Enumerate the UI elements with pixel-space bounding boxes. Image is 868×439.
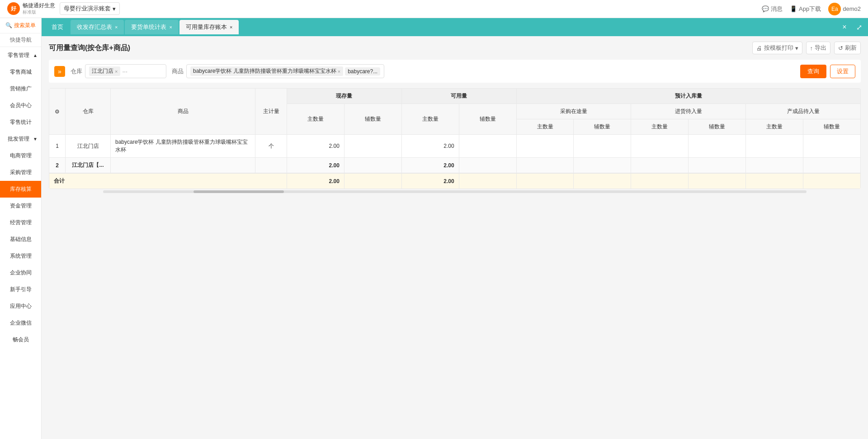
main-layout: 🔍 搜索菜单 快捷导航 零售管理 ▲ 零售商城 营销推广 会员中心 零售统计 批… (0, 18, 868, 439)
row1-inbound-main (631, 135, 689, 158)
row1-inbound-aux (689, 135, 746, 158)
sidebar-item-ecommerce-mgmt[interactable]: 电商管理 (0, 147, 41, 164)
tab-close-all-button[interactable]: × (839, 22, 850, 33)
row1-product-main (746, 135, 803, 158)
col-purchase-aux-header: 辅数量 (574, 119, 631, 135)
sidebar-item-operation-mgmt[interactable]: 经营管理 (0, 214, 41, 231)
col-settings-header[interactable]: ⚙ (49, 89, 66, 135)
col-purchase-header: 采购在途量 (516, 104, 631, 119)
row2-available-main: 2.00 (401, 158, 459, 174)
tab-receive-summary[interactable]: 收发存汇总表 × (71, 20, 124, 34)
row1-product-aux (803, 135, 861, 158)
footer-purchase-aux (574, 173, 631, 189)
sidebar-item-operation-mgmt-label: 经营管理 (4, 219, 38, 227)
sidebar-quick-nav[interactable]: 快捷导航 (0, 33, 41, 47)
sidebar-search[interactable]: 🔍 搜索菜单 (0, 18, 41, 33)
top-bar-right: 💬 消息 📱 App下载 Ea demo2 (762, 3, 861, 15)
sidebar-item-app-center[interactable]: 应用中心 (0, 298, 41, 315)
sidebar-item-enterprise-wechat[interactable]: 企业微信 (0, 315, 41, 331)
sidebar-item-new-guide[interactable]: 新手引导 (0, 281, 41, 298)
tab-bar: 首页 收发存汇总表 × 要货单统计表 × 可用量库存账本 × × ⤢ (42, 18, 868, 36)
row1-seq: 1 (49, 135, 66, 158)
filter-area: » 仓库 江北门店 × ··· 商品 babycare (49, 60, 861, 83)
filter-toggle-button[interactable]: » (54, 66, 65, 77)
filter-warehouse-label: 仓库 (71, 67, 82, 76)
refresh-button[interactable]: ↺ 刷新 (834, 42, 861, 54)
tab-maximize-button[interactable]: ⤢ (854, 22, 864, 33)
tab-purchase-stats-close[interactable]: × (169, 24, 172, 30)
filter-actions: 查询 设置 (800, 65, 855, 78)
scrollbar-thumb[interactable] (193, 190, 284, 193)
export-button[interactable]: ↑ 导出 (806, 42, 831, 54)
tab-home-label: 首页 (52, 23, 63, 31)
row2-inbound-aux (689, 158, 746, 174)
sidebar-item-new-guide-label: 新手引导 (4, 286, 38, 293)
row2-stock-main: 2.00 (287, 158, 344, 174)
filter-product-input[interactable]: babycare学饮杯 儿童防摔防撞吸管杯重力球吸嘴杯宝宝水杯 × babyca… (186, 64, 384, 78)
filter-product-tag2: babycare?... (345, 67, 380, 76)
col-purchase-main-header: 主数量 (516, 119, 574, 135)
filter-warehouse-group: 仓库 江北门店 × ··· (71, 64, 166, 78)
sidebar-item-system-mgmt-label: 系统管理 (4, 252, 38, 260)
sidebar-item-basic-info[interactable]: 基础信息 (0, 231, 41, 248)
sidebar-item-finance-mgmt[interactable]: 资金管理 (0, 198, 41, 214)
tab-right-actions: × ⤢ (839, 22, 864, 33)
username: demo2 (843, 5, 861, 12)
sidebar-item-system-mgmt[interactable]: 系统管理 (0, 248, 41, 264)
sidebar-item-retail-mgmt[interactable]: 零售管理 ▲ (0, 47, 41, 64)
user-profile[interactable]: Ea demo2 (828, 3, 861, 15)
row1-purchase-main (516, 135, 574, 158)
sidebar-item-retail-stats[interactable]: 零售统计 (0, 114, 41, 131)
filter-warehouse-value: 江北门店 (92, 67, 113, 75)
tab-receive-summary-close[interactable]: × (115, 24, 118, 30)
row2-product (111, 158, 255, 174)
col-available-main-header: 主数量 (401, 104, 459, 135)
main-content: 首页 收发存汇总表 × 要货单统计表 × 可用量库存账本 × × ⤢ (42, 18, 868, 439)
filter-warehouse-tag: 江北门店 × (89, 66, 120, 76)
chevron-down-icon-wholesale: ▼ (33, 137, 38, 142)
settings-button[interactable]: 设置 (830, 65, 855, 78)
sidebar-item-wholesale-mgmt[interactable]: 批发管理 ▼ (0, 131, 41, 147)
logo-sub: 标准版 (23, 9, 55, 15)
row1-warehouse: 江北门店 (66, 135, 111, 158)
message-label: 消息 (771, 5, 783, 13)
print-icon: 🖨 (756, 45, 762, 52)
filter-product-tag1-remove[interactable]: × (338, 69, 340, 74)
col-product-forecast-header: 产成品待入量 (746, 104, 861, 119)
footer-available-aux (459, 173, 516, 189)
query-button[interactable]: 查询 (800, 65, 826, 78)
sidebar-item-vip-member[interactable]: 畅会员 (0, 331, 41, 348)
table-footer-row: 合计 2.00 2.00 (49, 173, 861, 189)
message-button[interactable]: 💬 消息 (762, 5, 783, 13)
tab-available-stock-close[interactable]: × (230, 24, 232, 30)
tab-receive-summary-label: 收发存汇总表 (77, 23, 112, 31)
sidebar-item-retail-mall[interactable]: 零售商城 (0, 64, 41, 80)
footer-stock-main: 2.00 (287, 173, 344, 189)
row2-available-aux (459, 158, 516, 174)
sidebar-item-inventory-check[interactable]: 库存核算 (0, 181, 41, 198)
industry-selector[interactable]: 母婴行业演示账套 ▾ (60, 2, 120, 15)
col-available-aux-header: 辅数量 (459, 104, 516, 135)
template-print-button[interactable]: 🖨 按模板打印 ▾ (752, 42, 802, 54)
sidebar-quick-nav-label: 快捷导航 (10, 37, 32, 43)
sidebar-item-retail-mgmt-label: 零售管理 (4, 52, 33, 59)
filter-warehouse-more[interactable]: ··· (122, 68, 127, 75)
sidebar-item-purchase-mgmt[interactable]: 采购管理 (0, 164, 41, 181)
sidebar-item-member-center[interactable]: 会员中心 (0, 97, 41, 114)
tab-purchase-stats[interactable]: 要货单统计表 × (125, 20, 178, 34)
col-warehouse-header: 仓库 (66, 89, 111, 135)
sidebar-item-enterprise-collab[interactable]: 企业协同 (0, 264, 41, 281)
filter-warehouse-remove[interactable]: × (115, 69, 118, 74)
tab-home[interactable]: 首页 (45, 20, 70, 34)
row1-unit: 个 (255, 135, 287, 158)
filter-warehouse-input[interactable]: 江北门店 × ··· (85, 64, 166, 78)
col-inbound-header: 进货待入量 (631, 104, 746, 119)
col-product-aux-header: 辅数量 (803, 119, 861, 135)
scrollbar-track[interactable] (103, 190, 807, 193)
sidebar-item-marketing[interactable]: 营销推广 (0, 80, 41, 97)
col-inbound-aux-header: 辅数量 (689, 119, 746, 135)
footer-product-aux (803, 173, 861, 189)
app-download-button[interactable]: 📱 App下载 (790, 5, 821, 13)
sidebar-search-label: 搜索菜单 (14, 22, 36, 28)
tab-available-stock[interactable]: 可用量库存账本 × (179, 20, 239, 34)
